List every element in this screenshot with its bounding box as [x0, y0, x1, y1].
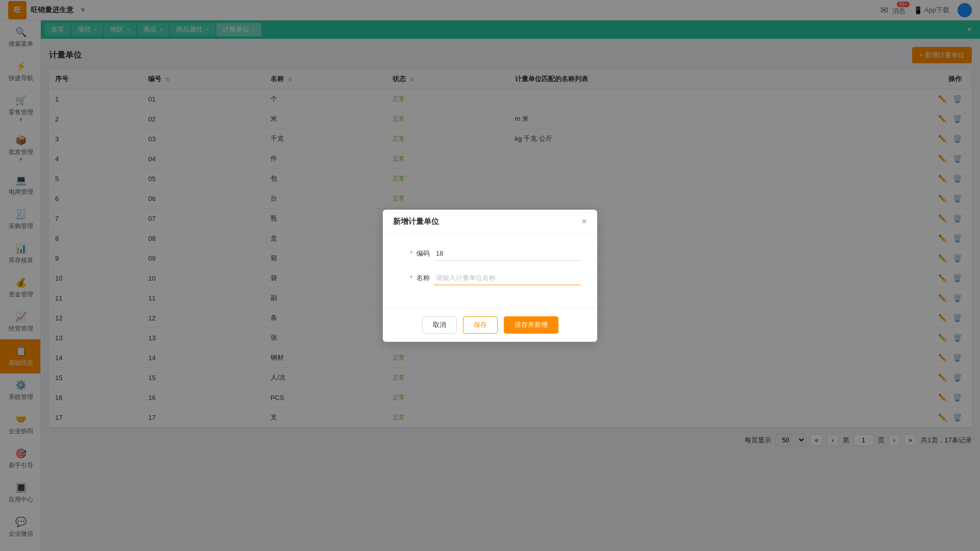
modal-header: 新增计量单位 ×	[383, 210, 597, 234]
save-and-new-button[interactable]: 保存并新增	[504, 316, 558, 334]
name-required-mark: * 名称	[399, 273, 430, 283]
name-input[interactable]	[434, 271, 581, 285]
code-required-mark: * 编码	[399, 249, 430, 258]
form-row-code: * 编码	[399, 246, 581, 261]
modal-overlay: 新增计量单位 × * 编码 * 名称 取消 保存 保存并新增	[0, 0, 980, 551]
name-label: 名称	[416, 274, 430, 282]
modal-close-button[interactable]: ×	[581, 217, 587, 226]
form-row-name: * 名称	[399, 271, 581, 285]
modal-body: * 编码 * 名称	[383, 234, 597, 308]
save-button[interactable]: 保存	[463, 316, 498, 334]
code-label: 编码	[416, 249, 430, 257]
cancel-button[interactable]: 取消	[422, 316, 457, 334]
code-input[interactable]	[434, 246, 581, 261]
modal-box: 新增计量单位 × * 编码 * 名称 取消 保存 保存并新增	[383, 210, 597, 342]
modal-title: 新增计量单位	[393, 217, 439, 227]
modal-footer: 取消 保存 保存并新增	[383, 308, 597, 342]
